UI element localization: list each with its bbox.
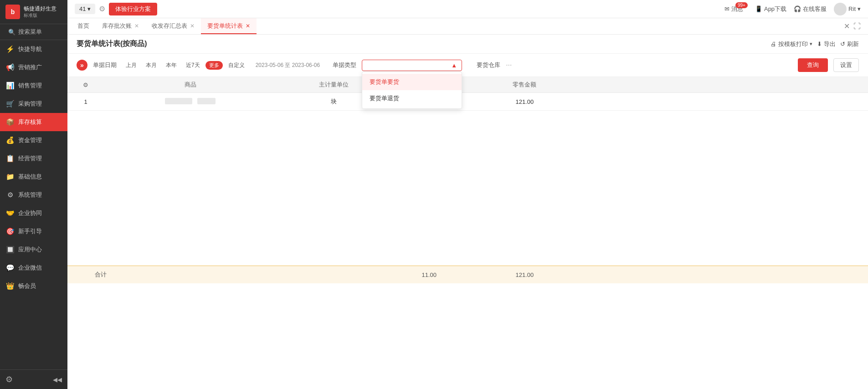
trial-button[interactable]: 体验行业方案	[109, 3, 157, 15]
type-select-chevron-icon: ▲	[451, 62, 457, 69]
settings-icon[interactable]: ⚙	[5, 374, 13, 384]
store-selector[interactable]: 41 ▾	[75, 4, 95, 14]
search-menu[interactable]: 🔍 搜索菜单	[0, 24, 67, 40]
sidebar-item-label-quick-nav: 快捷导航	[18, 45, 42, 53]
sidebar-item-quick-nav[interactable]: ⚡ 快捷导航	[0, 40, 67, 58]
sales-icon: 📊	[5, 81, 15, 90]
table-row: 1 块 11.00 121.00	[67, 93, 868, 111]
app-logo: b 畅捷通好生意 标准版	[0, 0, 67, 24]
tab-home[interactable]: 首页	[71, 18, 96, 34]
sidebar-item-label-wechat: 企业微信	[18, 264, 42, 272]
online-service-label: 在线客服	[803, 5, 827, 13]
header-right: ✉ 消息 99+ 📱 App下载 🎧 在线客服 Rit ▾	[724, 3, 861, 15]
filter-settings-button[interactable]: 设置	[833, 58, 859, 72]
tab-close-inventory-batch[interactable]: ✕	[134, 23, 139, 29]
date-range-display: 2023-05-06 至 2023-06-06	[256, 61, 320, 69]
tabs-container: 首页库存批次账✕收发存汇总表✕要货单统计表✕	[71, 18, 257, 34]
page-inner: 要货单统计表(按商品) 🖨 按模板打印 ▾ ⬇ 导出 ↺ 刷新	[67, 35, 868, 389]
query-button[interactable]: 查询	[798, 58, 828, 72]
sidebar-item-system[interactable]: ⚙ 系统管理	[0, 186, 67, 204]
date-option-last-7-days[interactable]: 近7天	[182, 60, 204, 71]
export-label: 导出	[824, 40, 836, 48]
date-option-this-month[interactable]: 本月	[142, 60, 160, 71]
tab-fullscreen-icon[interactable]: ⛶	[853, 22, 861, 31]
sidebar-item-inventory[interactable]: 📦 库存核算	[0, 113, 67, 131]
sidebar-bottom: ⚙ ◀◀	[0, 369, 67, 389]
col-header-settings[interactable]: ⚙	[77, 82, 95, 88]
basic-icon: 📁	[5, 172, 15, 181]
logo-badge: 标准版	[24, 12, 56, 19]
collapse-icon[interactable]: ◀◀	[53, 376, 62, 383]
warehouse-more-icon[interactable]: ···	[506, 61, 512, 69]
row-product	[95, 98, 286, 106]
date-options: 上月 本月 本年 近7天 更多 自定义	[122, 60, 248, 71]
sidebar-item-label-system: 系统管理	[18, 191, 42, 199]
logo-text: 畅捷通好生意	[24, 5, 56, 13]
date-option-more[interactable]: 更多	[205, 61, 223, 70]
tab-inventory-batch[interactable]: 库存批次账✕	[96, 18, 145, 34]
sidebar-item-operations[interactable]: 📋 经营管理	[0, 149, 67, 168]
date-option-custom[interactable]: 自定义	[225, 60, 248, 71]
sidebar-item-cooperation[interactable]: 🤝 企业协同	[0, 204, 67, 222]
quick-nav-icon: ⚡	[5, 45, 15, 54]
warehouse-filter-label: 要货仓库	[477, 61, 500, 69]
sidebar-item-apps[interactable]: 🔲 应用中心	[0, 241, 67, 259]
tab-label-home: 首页	[77, 22, 89, 30]
data-table: ⚙ 商品 主计量单位 主数量 零售金额 1 块 11.00	[67, 77, 868, 283]
date-option-this-year[interactable]: 本年	[162, 60, 180, 71]
tab-order-stats[interactable]: 要货单统计表✕	[201, 18, 257, 34]
tab-close-order-stats[interactable]: ✕	[246, 23, 250, 29]
header-settings-icon[interactable]: ⚙	[99, 5, 105, 13]
tab-receivable-summary[interactable]: 收发存汇总表✕	[145, 18, 201, 34]
product-code-placeholder	[197, 98, 216, 104]
marketing-icon: 📢	[5, 63, 15, 72]
tab-close-receivable-summary[interactable]: ✕	[190, 23, 195, 29]
expand-filter-button[interactable]: »	[77, 60, 87, 71]
sidebar-item-label-inventory: 库存核算	[18, 118, 42, 126]
online-service-item[interactable]: 🎧 在线客服	[794, 5, 827, 13]
product-placeholder	[165, 98, 192, 104]
date-option-last-month[interactable]: 上月	[122, 60, 140, 71]
sidebar-item-label-sales: 销售管理	[18, 82, 42, 90]
store-number: 41	[79, 5, 86, 12]
sidebar-item-guide[interactable]: 🎯 新手引导	[0, 222, 67, 241]
messages-item[interactable]: ✉ 消息 99+	[724, 5, 743, 13]
sidebar-item-sales[interactable]: 📊 销售管理	[0, 77, 67, 95]
type-filter-select[interactable]: ▲ 要货单要货 要货单退货	[362, 60, 462, 71]
user-profile-item[interactable]: Rit ▾	[834, 3, 861, 15]
print-action[interactable]: 🖨 按模板打印 ▾	[770, 40, 812, 48]
sidebar-item-label-purchase: 采购管理	[18, 100, 42, 108]
top-header: 41 ▾ ⚙ 体验行业方案 ✉ 消息 99+ 📱 App下载 🎧 在线客服 R	[67, 0, 868, 18]
logo-icon: b	[5, 5, 20, 19]
tab-bar: 首页库存批次账✕收发存汇总表✕要货单统计表✕ ✕ ⛶	[67, 18, 868, 35]
tab-label-order-stats: 要货单统计表	[207, 22, 243, 30]
export-action[interactable]: ⬇ 导出	[817, 40, 836, 48]
sidebar-item-members[interactable]: 👑 畅会员	[0, 277, 67, 295]
refresh-label: 刷新	[847, 40, 859, 48]
page-title-bar: 要货单统计表(按商品) 🖨 按模板打印 ▾ ⬇ 导出 ↺ 刷新	[67, 35, 868, 54]
print-icon: 🖨	[770, 41, 776, 47]
sidebar-item-basic[interactable]: 📁 基础信息	[0, 168, 67, 186]
dropdown-item-order-return[interactable]: 要货单退货	[362, 90, 462, 107]
sidebar-item-label-cooperation: 企业协同	[18, 209, 42, 217]
messages-badge: 99+	[735, 2, 748, 8]
search-icon: 🔍	[8, 29, 15, 36]
refresh-action[interactable]: ↺ 刷新	[840, 40, 859, 48]
header-left: 41 ▾ ⚙ 体验行业方案	[75, 3, 157, 15]
app-download-item[interactable]: 📱 App下载	[755, 5, 786, 13]
sidebar-item-marketing[interactable]: 📢 营销推广	[0, 58, 67, 77]
operations-icon: 📋	[5, 154, 15, 163]
table-empty-space	[67, 111, 868, 266]
footer-amount: 121.00	[477, 271, 573, 278]
sidebar: b 畅捷通好生意 标准版 🔍 搜索菜单 ⚡ 快捷导航 📢 营销推广 📊 销售管理…	[0, 0, 67, 389]
print-label: 按模板打印	[778, 40, 808, 48]
col-header-amount: 零售金额	[477, 81, 573, 89]
store-chevron-icon: ▾	[87, 5, 91, 12]
date-filter-label: 单据日期	[93, 61, 117, 69]
dropdown-item-order-goods[interactable]: 要货单要货	[362, 74, 462, 90]
sidebar-item-purchase[interactable]: 🛒 采购管理	[0, 95, 67, 113]
sidebar-item-finance[interactable]: 💰 资金管理	[0, 131, 67, 149]
sidebar-item-wechat[interactable]: 💬 企业微信	[0, 259, 67, 277]
tab-close-all-icon[interactable]: ✕	[844, 22, 850, 31]
sidebar-item-label-members: 畅会员	[18, 282, 36, 290]
